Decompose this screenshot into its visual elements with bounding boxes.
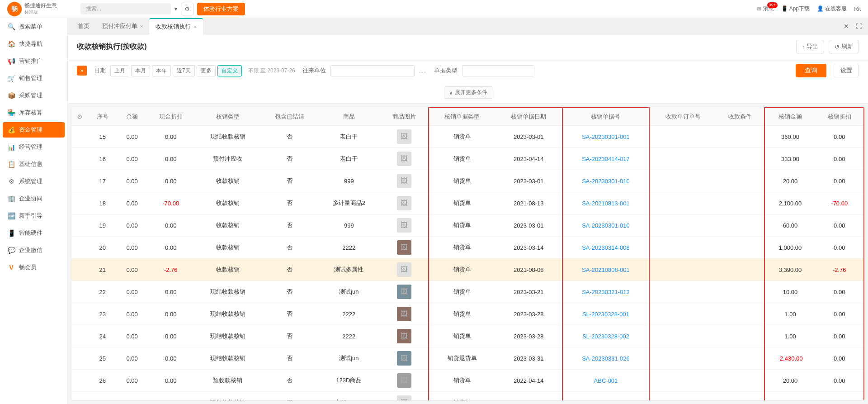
global-search[interactable]: 搜索... bbox=[80, 3, 171, 14]
filter-toggle-icon[interactable]: » bbox=[77, 66, 87, 76]
cell-goods: 衣服00001 bbox=[318, 392, 380, 401]
cell-no: 22 bbox=[88, 281, 117, 303]
settings-icon[interactable]: ⚙ bbox=[181, 3, 193, 15]
sidebar-item-finance[interactable]: 💰 资金管理 bbox=[3, 122, 65, 138]
tab-prepay[interactable]: 预付冲应付单 × bbox=[96, 18, 149, 34]
sidebar-item-purchase[interactable]: 📦 采购管理 bbox=[0, 87, 67, 104]
date-btn-this-year[interactable]: 本年 bbox=[152, 65, 171, 76]
col-no: 序号 bbox=[88, 108, 117, 126]
cell-collection-cond bbox=[716, 325, 764, 347]
bill-type-select[interactable] bbox=[462, 65, 534, 76]
cell-settings bbox=[71, 126, 88, 148]
online-service[interactable]: 👤 在线客服 bbox=[817, 5, 847, 13]
cell-discount: 0.00 bbox=[147, 325, 195, 347]
cell-settings bbox=[71, 325, 88, 347]
cell-bill-no: SL-20230408-001 bbox=[562, 392, 649, 401]
cell-type: 现结收款核销 bbox=[195, 325, 261, 347]
app-download[interactable]: 📱 App下载 bbox=[781, 5, 810, 13]
filter-toggle-btn[interactable]: » bbox=[77, 66, 87, 76]
tab-home-label: 首页 bbox=[78, 22, 90, 30]
cell-amount: 1.00 bbox=[764, 325, 815, 347]
page-header-actions: ↑ 导出 ↺ 刷新 bbox=[796, 40, 859, 59]
system-icon: ⚙ bbox=[7, 177, 15, 185]
cell-collection-no bbox=[649, 192, 716, 214]
sidebar-item-member[interactable]: V 畅会员 bbox=[0, 259, 67, 276]
table-row: 24 0.00 0.00 现结收款核销 否 2222 🖼 销货单 2023-03… bbox=[71, 325, 864, 347]
header-row: ⚙ 序号 余额 现金折扣 核销类型 包含已结清 商品 商品图片 核销单据类型 核… bbox=[71, 108, 864, 126]
cell-bill-no: SL-20230328-001 bbox=[562, 303, 649, 325]
sidebar-item-wechat[interactable]: 💬 企业微信 bbox=[0, 242, 67, 259]
sidebar-label-hardware: 智能硬件 bbox=[19, 229, 42, 237]
cell-writeoff-discount: 0.00 bbox=[815, 126, 864, 148]
cell-collection-cond bbox=[716, 259, 764, 281]
quick-icon: 🏠 bbox=[7, 40, 15, 48]
tab-expand-btn[interactable]: ⛶ bbox=[854, 21, 864, 32]
sidebar-item-search[interactable]: 🔍 搜索菜单 bbox=[0, 18, 67, 35]
hardware-icon: 📱 bbox=[7, 229, 15, 237]
sidebar-item-marketing[interactable]: 📢 营销推广 bbox=[0, 52, 67, 70]
table-settings-icon[interactable]: ⚙ bbox=[77, 113, 83, 120]
query-btn[interactable]: 查询 bbox=[796, 64, 826, 77]
cell-balance: 0.00 bbox=[117, 148, 146, 170]
sidebar-item-guide[interactable]: 🆕 新手引导 bbox=[0, 207, 67, 224]
sidebar-item-business[interactable]: 📊 经营管理 bbox=[0, 138, 67, 156]
user-name[interactable]: Rit bbox=[854, 6, 861, 12]
table-row: 21 0.00 -2.76 收款核销 否 测试多属性 🖼 销货单 2021-08… bbox=[71, 259, 864, 281]
cell-collection-no bbox=[649, 303, 716, 325]
cell-collection-no bbox=[649, 281, 716, 303]
cell-discount: 0.00 bbox=[147, 148, 195, 170]
tab-prepay-close[interactable]: × bbox=[140, 24, 143, 29]
table-row: 17 0.00 0.00 收款核销 否 999 🖼 销货单 2023-03-01… bbox=[71, 170, 864, 192]
sidebar-item-quick[interactable]: 🏠 快捷导航 bbox=[0, 35, 67, 52]
date-btn-custom[interactable]: 自定义 bbox=[217, 65, 242, 76]
top-bar: 畅 畅捷通好生意 标准版 搜索... ▾ ⚙ 体验行业方案 ✉ 消息 99+ 📱… bbox=[0, 0, 868, 18]
sidebar-label-system: 系统管理 bbox=[19, 177, 42, 185]
cell-goods-img: 🖼 bbox=[380, 170, 429, 192]
sidebar-item-sales[interactable]: 🛒 销售管理 bbox=[0, 70, 67, 87]
sidebar-item-inventory[interactable]: 🏪 库存核算 bbox=[0, 104, 67, 121]
app-logo: 畅 畅捷通好生意 标准版 bbox=[7, 2, 75, 16]
tab-home[interactable]: 首页 bbox=[71, 18, 96, 34]
date-btn-7days[interactable]: 近7天 bbox=[173, 65, 195, 76]
refresh-btn[interactable]: ↺ 刷新 bbox=[829, 40, 859, 53]
cell-bill-date: 2022-04-14 bbox=[495, 370, 562, 392]
cell-settings bbox=[71, 192, 88, 214]
sidebar-item-system[interactable]: ⚙ 系统管理 bbox=[0, 173, 67, 190]
cell-goods-img: 🖼 bbox=[380, 370, 429, 392]
cell-amount: 20.00 bbox=[764, 370, 815, 392]
cell-goods-img: 🖼 bbox=[380, 281, 429, 303]
tab-collection-close[interactable]: × bbox=[193, 24, 196, 29]
dropdown-arrow[interactable]: ▾ bbox=[175, 6, 177, 12]
tab-collection[interactable]: 收款核销执行 × bbox=[149, 18, 203, 34]
tab-close-btn[interactable]: ✕ bbox=[841, 21, 852, 32]
date-btn-this-month[interactable]: 本月 bbox=[131, 65, 150, 76]
member-icon: V bbox=[7, 263, 15, 271]
cell-bill-date: 2023-03-28 bbox=[495, 303, 562, 325]
cell-writeoff-discount: 0.00 bbox=[815, 237, 864, 259]
cell-no: 17 bbox=[88, 170, 117, 192]
export-btn[interactable]: ↑ 导出 bbox=[796, 40, 825, 53]
filter-settings-btn[interactable]: 设置 bbox=[834, 64, 859, 77]
cell-settled: 否 bbox=[261, 325, 318, 347]
cell-balance: 0.00 bbox=[117, 259, 146, 281]
col-balance: 余额 bbox=[117, 108, 146, 126]
date-btn-more[interactable]: 更多 bbox=[197, 65, 216, 76]
table-head: ⚙ 序号 余额 现金折扣 核销类型 包含已结清 商品 商品图片 核销单据类型 核… bbox=[71, 108, 864, 126]
sidebar-item-basic[interactable]: 📋 基础信息 bbox=[0, 156, 67, 173]
sidebar-item-corp[interactable]: 🏢 企业协同 bbox=[0, 190, 67, 207]
cell-settled: 否 bbox=[261, 237, 318, 259]
cell-bill-report-type: 销货退货单 bbox=[429, 347, 495, 370]
expand-more-btn[interactable]: ∨ 展开更多条件 bbox=[444, 86, 492, 99]
sidebar-label-quick: 快捷导航 bbox=[19, 40, 42, 48]
cell-collection-no bbox=[649, 170, 716, 192]
cell-bill-no: SA-20230321-012 bbox=[562, 281, 649, 303]
industry-btn[interactable]: 体验行业方案 bbox=[197, 3, 245, 15]
party-dots[interactable]: ... bbox=[419, 67, 427, 74]
date-btn-last-month[interactable]: 上月 bbox=[110, 65, 129, 76]
sidebar-label-sales: 销售管理 bbox=[19, 74, 42, 82]
notification-wrap[interactable]: ✉ 消息 99+ bbox=[757, 5, 774, 13]
cell-goods: 2222 bbox=[318, 237, 380, 259]
party-input[interactable] bbox=[330, 65, 415, 76]
cell-collection-cond bbox=[716, 392, 764, 401]
sidebar-item-hardware[interactable]: 📱 智能硬件 bbox=[0, 224, 67, 242]
